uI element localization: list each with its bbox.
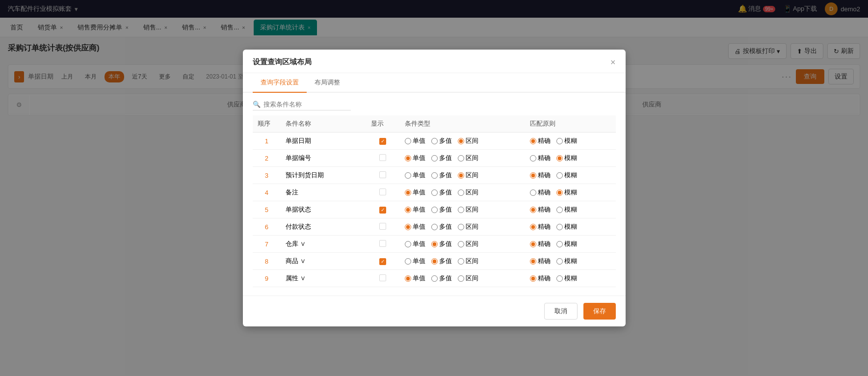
radio-type-单值-8[interactable]: 单值	[405, 257, 425, 266]
radio-type-区间-9[interactable]: 区间	[458, 274, 478, 283]
radio-type-区间-1[interactable]: 区间	[458, 136, 478, 145]
checkbox-display-7[interactable]	[379, 240, 386, 247]
cell-name-9: 属性 ∨	[281, 270, 366, 287]
radio-type-单值-2[interactable]: 单值	[405, 154, 425, 162]
radio-type-区间-8[interactable]: 区间	[458, 257, 478, 266]
checkbox-display-5[interactable]	[379, 207, 386, 214]
radio-type-多值-3[interactable]: 多值	[431, 171, 452, 180]
radio-match-模糊-4[interactable]: 模糊	[556, 188, 577, 197]
table-row: 3预计到货日期单值多值区间精确模糊	[253, 167, 616, 184]
radio-type-区间-7[interactable]: 区间	[458, 240, 478, 248]
th-display: 显示	[366, 115, 400, 133]
radio-type-单值-3[interactable]: 单值	[405, 171, 425, 180]
cell-display-5[interactable]	[366, 201, 400, 218]
radio-type-单值-4[interactable]: 单值	[405, 188, 425, 197]
radio-match-模糊-2[interactable]: 模糊	[556, 154, 577, 162]
cell-name-8: 商品 ∨	[281, 253, 366, 270]
cell-display-9[interactable]	[366, 270, 400, 287]
radio-type-区间-5[interactable]: 区间	[458, 205, 478, 214]
table-row: 6付款状态单值多值区间精确模糊	[253, 218, 616, 236]
modal-tab-fields[interactable]: 查询字段设置	[253, 73, 307, 93]
cell-match-9: 精确模糊	[525, 270, 616, 287]
radio-type-多值-1[interactable]: 多值	[431, 136, 452, 145]
cell-display-8[interactable]	[366, 253, 400, 270]
cell-order-9: 9	[253, 270, 281, 287]
modal-close-button[interactable]: ×	[610, 58, 616, 67]
cell-type-8: 单值多值区间	[400, 253, 525, 270]
radio-match-模糊-3[interactable]: 模糊	[556, 171, 577, 180]
cell-type-9: 单值多值区间	[400, 270, 525, 287]
checkbox-display-9[interactable]	[379, 274, 386, 281]
radio-match-精确-1[interactable]: 精确	[530, 136, 551, 145]
cell-order-8: 8	[253, 253, 281, 270]
settings-table: 顺序 条件名称 显示 条件类型 匹配原则 1单据日期单值多值区间精确模糊2单据编…	[253, 115, 616, 290]
cell-order-2: 2	[253, 150, 281, 167]
radio-type-区间-2[interactable]: 区间	[458, 154, 478, 162]
modal-tabs: 查询字段设置 布局调整	[243, 73, 626, 93]
radio-type-区间-3[interactable]: 区间	[458, 171, 478, 180]
checkbox-display-8[interactable]	[379, 258, 386, 265]
radio-match-精确-3[interactable]: 精确	[530, 171, 551, 180]
radio-match-模糊-8[interactable]: 模糊	[556, 257, 577, 266]
th-type: 条件类型	[400, 115, 525, 133]
radio-type-单值-1[interactable]: 单值	[405, 136, 425, 145]
cell-type-3: 单值多值区间	[400, 167, 525, 184]
radio-match-精确-4[interactable]: 精确	[530, 188, 551, 197]
radio-type-单值-7[interactable]: 单值	[405, 240, 425, 248]
radio-type-多值-9[interactable]: 多值	[431, 274, 452, 283]
radio-match-模糊-1[interactable]: 模糊	[556, 136, 577, 145]
checkbox-display-2[interactable]	[379, 154, 386, 161]
radio-type-多值-7[interactable]: 多值	[431, 240, 452, 248]
cell-display-7[interactable]	[366, 236, 400, 253]
cell-type-5: 单值多值区间	[400, 201, 525, 218]
cell-display-6[interactable]	[366, 218, 400, 236]
radio-type-多值-5[interactable]: 多值	[431, 205, 452, 214]
radio-type-多值-4[interactable]: 多值	[431, 188, 452, 197]
cell-match-5: 精确模糊	[525, 201, 616, 218]
radio-match-精确-2[interactable]: 精确	[530, 154, 551, 162]
radio-type-多值-2[interactable]: 多值	[431, 154, 452, 162]
radio-type-单值-5[interactable]: 单值	[405, 205, 425, 214]
cell-order-7: 7	[253, 236, 281, 253]
radio-type-区间-6[interactable]: 区间	[458, 222, 478, 231]
modal-body: 🔍 顺序 条件名称 显示 条件类型 匹配原则	[243, 93, 626, 295]
radio-match-精确-9[interactable]: 精确	[530, 274, 551, 283]
cell-order-6: 6	[253, 218, 281, 236]
radio-type-区间-4[interactable]: 区间	[458, 188, 478, 197]
radio-match-精确-7[interactable]: 精确	[530, 240, 551, 248]
radio-type-单值-9[interactable]: 单值	[405, 274, 425, 283]
search-box: 🔍	[253, 99, 351, 110]
cell-name-5: 单据状态	[281, 201, 366, 218]
modal-tab-layout[interactable]: 布局调整	[307, 73, 348, 93]
radio-match-模糊-7[interactable]: 模糊	[556, 240, 577, 248]
cell-name-2: 单据编号	[281, 150, 366, 167]
radio-type-多值-6[interactable]: 多值	[431, 222, 452, 231]
radio-match-精确-8[interactable]: 精确	[530, 257, 551, 266]
cell-display-3[interactable]	[366, 167, 400, 184]
checkbox-display-1[interactable]	[379, 138, 386, 145]
radio-type-单值-6[interactable]: 单值	[405, 222, 425, 231]
checkbox-display-4[interactable]	[379, 188, 386, 195]
radio-type-多值-8[interactable]: 多值	[431, 257, 452, 266]
radio-match-精确-5[interactable]: 精确	[530, 205, 551, 214]
radio-match-模糊-9[interactable]: 模糊	[556, 274, 577, 283]
settings-modal: 设置查询区域布局 × 查询字段设置 布局调整 🔍	[243, 50, 626, 326]
checkbox-display-3[interactable]	[379, 171, 386, 178]
cell-display-1[interactable]	[366, 133, 400, 150]
checkbox-display-6[interactable]	[379, 223, 386, 230]
radio-match-模糊-5[interactable]: 模糊	[556, 205, 577, 214]
cell-name-7: 仓库 ∨	[281, 236, 366, 253]
search-input[interactable]	[263, 101, 351, 108]
cell-display-10[interactable]	[366, 287, 400, 290]
modal-overlay[interactable]: 设置查询区域布局 × 查询字段设置 布局调整 🔍	[0, 0, 868, 376]
cell-display-4[interactable]	[366, 184, 400, 201]
table-row: 1单据日期单值多值区间精确模糊	[253, 133, 616, 150]
cell-type-1: 单值多值区间	[400, 133, 525, 150]
save-button[interactable]: 保存	[583, 303, 616, 320]
cell-display-2[interactable]	[366, 150, 400, 167]
radio-match-精确-6[interactable]: 精确	[530, 222, 551, 231]
cell-order-5: 5	[253, 201, 281, 218]
cancel-button[interactable]: 取消	[544, 303, 578, 320]
radio-match-模糊-6[interactable]: 模糊	[556, 222, 577, 231]
table-row: 10有无商品图片单值多值区间精确模糊	[253, 287, 616, 290]
